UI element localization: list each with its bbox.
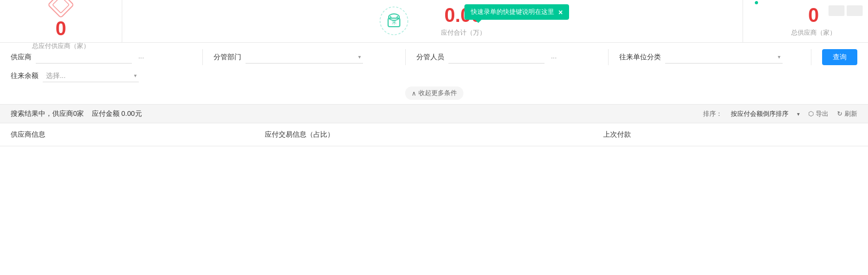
export-icon: ⬡ bbox=[808, 110, 814, 117]
result-text: 搜索结果中，供应商0家 bbox=[11, 109, 84, 117]
result-actions: 排序： 按应付会额倒序排序 ▾ ⬡ 导出 ↻ 刷新 bbox=[703, 109, 857, 119]
tooltip-close-button[interactable]: × bbox=[558, 8, 563, 17]
person-filter-group: 分管人员 ··· bbox=[416, 51, 597, 64]
collapse-label: 收起更多条件 bbox=[419, 89, 457, 98]
sort-chevron-icon: ▾ bbox=[797, 111, 800, 117]
supplier-label: 供应商 bbox=[11, 52, 31, 62]
divider-4 bbox=[811, 49, 811, 65]
person-label: 分管人员 bbox=[416, 52, 444, 62]
supplier-dots[interactable]: ··· bbox=[136, 53, 146, 61]
balance-select[interactable]: 选择... bbox=[43, 69, 139, 82]
payable-total-label: 应付合计（万） bbox=[441, 28, 486, 37]
divider-1 bbox=[202, 49, 203, 65]
result-info: 搜索结果中，供应商0家 应付金额 0.00元 bbox=[11, 109, 142, 119]
unit-category-select[interactable] bbox=[665, 51, 783, 63]
result-bar: 搜索结果中，供应商0家 应付金额 0.00元 排序： 按应付会额倒序排序 ▾ ⬡… bbox=[0, 105, 868, 123]
refresh-label: 刷新 bbox=[845, 109, 857, 119]
total-suppliers-value: 0 bbox=[808, 5, 819, 26]
bag-icon: 米 bbox=[380, 6, 409, 36]
department-filter-group: 分管部门 ▾ bbox=[214, 51, 394, 64]
table-col-supplier-info: 供应商信息 bbox=[11, 130, 265, 139]
stat-total-payable-suppliers: 0 总应付供应商（家） bbox=[0, 0, 122, 42]
unit-category-filter-group: 往来单位分类 ▾ bbox=[619, 51, 800, 64]
supplier-input[interactable] bbox=[36, 51, 132, 64]
sort-select[interactable]: 按应付会额倒序排序 bbox=[731, 110, 797, 117]
department-select[interactable] bbox=[246, 51, 363, 63]
tooltip-bubble: 快速录单的快捷键说明在这里 × bbox=[464, 4, 569, 20]
refresh-icon: ↻ bbox=[837, 110, 842, 117]
total-payable-suppliers-label: 总应付供应商（家） bbox=[32, 42, 90, 51]
query-button[interactable]: 查询 bbox=[822, 49, 857, 65]
result-amount: 应付金额 0.00元 bbox=[92, 109, 142, 117]
divider-3 bbox=[608, 49, 609, 65]
department-label: 分管部门 bbox=[214, 52, 241, 62]
table-col-payable-info: 应付交易信息（占比） bbox=[265, 130, 603, 139]
total-suppliers-label: 总供应商（家） bbox=[791, 28, 836, 37]
table-empty-area bbox=[0, 146, 868, 275]
divider-2 bbox=[405, 49, 406, 65]
refresh-button[interactable]: ↻ 刷新 bbox=[837, 109, 857, 119]
svg-rect-0 bbox=[48, 0, 74, 18]
export-button[interactable]: ⬡ 导出 bbox=[808, 109, 828, 119]
tooltip-text: 快速录单的快捷键说明在这里 bbox=[471, 7, 554, 17]
table-header: 供应商信息 应付交易信息（占比） 上次付款 bbox=[0, 123, 868, 146]
filter-row-2: 往来余额 选择... ▾ bbox=[11, 69, 857, 82]
supplier-filter-group: 供应商 ··· bbox=[11, 51, 192, 64]
department-select-wrapper: ▾ bbox=[246, 51, 363, 64]
stats-bar: 0 总应付供应商（家） 米 0.00 应付合计（万） 快速录单的快捷键说明在这里… bbox=[0, 0, 868, 43]
unit-category-select-wrapper: ▾ bbox=[665, 51, 783, 64]
table-col-last-payment: 上次付款 bbox=[603, 130, 857, 139]
balance-label: 往来余额 bbox=[11, 71, 38, 81]
stat-total-suppliers: 0 总供应商（家） bbox=[759, 0, 868, 42]
unit-category-label: 往来单位分类 bbox=[619, 52, 661, 62]
balance-select-wrapper: 选择... ▾ bbox=[43, 69, 139, 82]
collapse-up-icon: ∧ bbox=[412, 90, 416, 97]
svg-text:米: 米 bbox=[391, 20, 396, 25]
export-label: 导出 bbox=[816, 109, 828, 119]
person-dots[interactable]: ··· bbox=[549, 53, 559, 61]
collapse-button[interactable]: ∧ 收起更多条件 bbox=[405, 87, 463, 100]
total-payable-suppliers-value: 0 bbox=[56, 18, 66, 40]
tooltip-dot bbox=[754, 0, 759, 5]
filter-row-1: 供应商 ··· 分管部门 ▾ 分管人员 ··· 往来单位分类 bbox=[11, 49, 857, 65]
person-input[interactable] bbox=[448, 51, 545, 64]
sort-select-wrapper: 按应付会额倒序排序 ▾ bbox=[731, 110, 800, 117]
sort-label: 排序： bbox=[703, 109, 722, 119]
filter-area: 供应商 ··· 分管部门 ▾ 分管人员 ··· 往来单位分类 bbox=[0, 43, 868, 105]
stat-payable-total-area: 米 0.00 应付合计（万） bbox=[122, 0, 743, 42]
diamond-icon bbox=[45, 0, 77, 18]
